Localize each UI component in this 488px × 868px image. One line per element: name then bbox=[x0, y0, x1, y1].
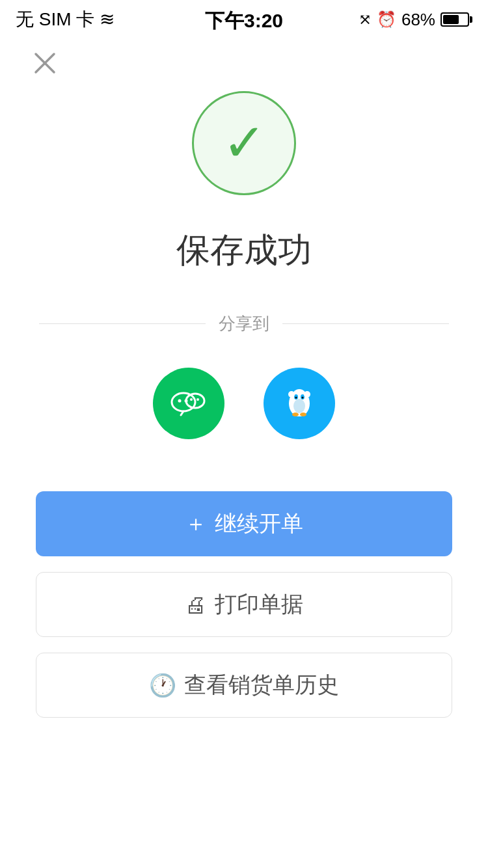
wechat-icon bbox=[169, 384, 208, 423]
svg-point-6 bbox=[190, 398, 193, 401]
svg-point-13 bbox=[302, 397, 304, 399]
status-time: 下午3:20 bbox=[205, 8, 283, 34]
battery-percent: 68% bbox=[401, 10, 435, 30]
battery-icon bbox=[441, 12, 472, 27]
checkmark-icon: ✓ bbox=[223, 117, 266, 169]
location-icon: ⤧ bbox=[359, 10, 372, 29]
svg-point-5 bbox=[185, 400, 188, 403]
divider-left bbox=[39, 323, 206, 324]
svg-point-12 bbox=[295, 397, 297, 399]
printer-icon: 🖨 bbox=[185, 592, 207, 617]
clock-icon: 🕐 bbox=[149, 672, 176, 698]
svg-point-16 bbox=[300, 413, 306, 416]
action-buttons: ＋ 继续开单 🖨 打印单据 🕐 查看销货单历史 bbox=[36, 491, 452, 718]
svg-point-7 bbox=[197, 398, 199, 401]
main-content: ✓ 保存成功 分享到 bbox=[0, 39, 488, 718]
history-label: 查看销货单历史 bbox=[184, 670, 339, 700]
print-label: 打印单据 bbox=[215, 590, 303, 619]
wechat-share-button[interactable] bbox=[153, 368, 224, 439]
status-left: 无 SIM 卡 ≋ bbox=[16, 7, 115, 32]
share-divider: 分享到 bbox=[0, 312, 488, 335]
alarm-icon: ⏰ bbox=[377, 10, 396, 29]
divider-right bbox=[282, 323, 449, 324]
history-button[interactable]: 🕐 查看销货单历史 bbox=[36, 653, 452, 718]
continue-button[interactable]: ＋ 继续开单 bbox=[36, 491, 452, 556]
svg-point-17 bbox=[293, 399, 305, 413]
svg-point-19 bbox=[304, 391, 310, 398]
close-icon bbox=[33, 51, 57, 75]
success-circle: ✓ bbox=[192, 91, 296, 195]
sim-status: 无 SIM 卡 ≋ bbox=[16, 7, 115, 32]
svg-point-4 bbox=[178, 400, 182, 403]
qq-share-button[interactable] bbox=[264, 368, 335, 439]
print-button[interactable]: 🖨 打印单据 bbox=[36, 572, 452, 637]
svg-point-2 bbox=[172, 393, 195, 411]
svg-point-18 bbox=[288, 391, 295, 398]
plus-icon: ＋ bbox=[185, 509, 207, 539]
share-label: 分享到 bbox=[206, 312, 282, 335]
close-button[interactable] bbox=[29, 47, 61, 79]
continue-label: 继续开单 bbox=[215, 509, 303, 539]
success-title: 保存成功 bbox=[176, 228, 312, 273]
share-icons bbox=[153, 368, 335, 439]
svg-point-15 bbox=[292, 413, 299, 416]
status-bar: 无 SIM 卡 ≋ 下午3:20 ⤧ ⏰ 68% bbox=[0, 0, 488, 39]
status-right: ⤧ ⏰ 68% bbox=[359, 10, 472, 30]
qq-icon bbox=[280, 384, 319, 423]
